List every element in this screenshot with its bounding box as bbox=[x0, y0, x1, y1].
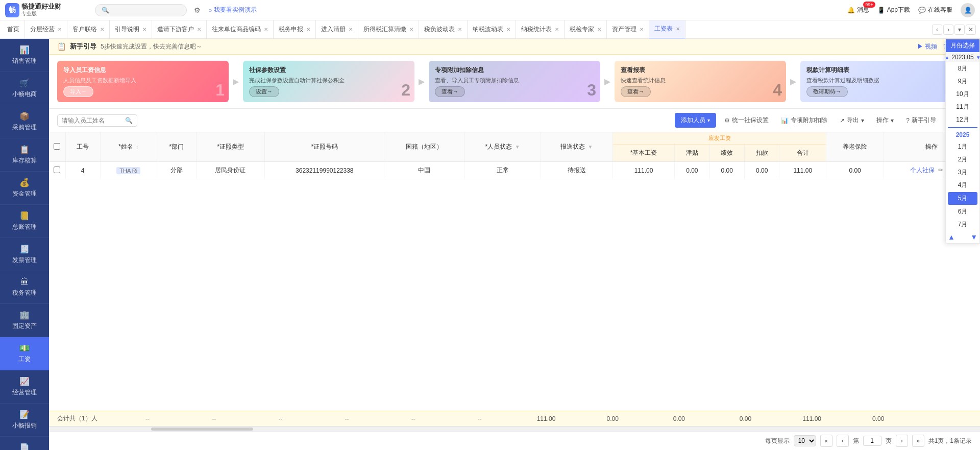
month-item-1[interactable]: 1月 bbox=[946, 140, 979, 153]
tab-guide[interactable]: 引导说明 ✕ bbox=[110, 20, 152, 39]
year-down-button[interactable]: ▼ bbox=[976, 55, 980, 60]
sidebar-item-tax[interactable]: 🏛 税务管理 bbox=[0, 271, 49, 304]
sidebar-item-fixed-asset[interactable]: 🏢 固定资产 bbox=[0, 304, 49, 337]
prev-page-button[interactable]: ‹ bbox=[837, 435, 849, 447]
sidebar-item-accounting[interactable]: 📒 总账管理 bbox=[0, 205, 49, 238]
tab-tax-calc[interactable]: 所得税汇算清缴 ✕ bbox=[358, 20, 419, 39]
salary-icon: 💵 bbox=[19, 343, 30, 353]
tab-close-tax-relief[interactable]: ✕ bbox=[458, 27, 462, 32]
tab-close-customer[interactable]: ✕ bbox=[100, 27, 104, 32]
month-item-8[interactable]: 8月 bbox=[946, 62, 979, 75]
month-item-9[interactable]: 9月 bbox=[946, 75, 979, 88]
tab-tax-relief[interactable]: 税负波动表 ✕ bbox=[419, 20, 468, 39]
user-avatar[interactable]: 👤 bbox=[961, 3, 975, 17]
month-item-3[interactable]: 3月 bbox=[946, 166, 979, 179]
employee-search-wrap[interactable]: 🔍 bbox=[57, 114, 137, 127]
step-5-button[interactable]: 敬请期待→ bbox=[806, 86, 848, 97]
sidebar-item-sales[interactable]: 📊 销售管理 bbox=[0, 39, 49, 72]
sidebar-item-operation[interactable]: 📈 经营管理 bbox=[0, 370, 49, 404]
top-search-box[interactable]: 🔍 bbox=[95, 4, 187, 16]
new-guide-toolbar-button[interactable]: ? 新手引导 bbox=[902, 114, 940, 127]
tab-product-code[interactable]: 往来单位商品编码 ✕ bbox=[207, 20, 274, 39]
tab-asset[interactable]: 资产管理 ✕ bbox=[607, 20, 649, 39]
sidebar-item-purchase[interactable]: 📦 采购管理 bbox=[0, 105, 49, 138]
tab-tax-stats[interactable]: 纳税波动表 ✕ bbox=[468, 20, 516, 39]
guide-video-link[interactable]: ▶ 视频 bbox=[917, 42, 937, 51]
tab-tax-report[interactable]: 税务申报 ✕ bbox=[274, 20, 316, 39]
month-item-12[interactable]: 12月 bbox=[946, 113, 979, 126]
first-page-button[interactable]: « bbox=[820, 435, 832, 447]
month-item-5[interactable]: 5月 bbox=[948, 192, 977, 205]
online-service-button[interactable]: 💬 在线客服 bbox=[918, 6, 952, 14]
step-3-button[interactable]: 查看→ bbox=[435, 86, 465, 97]
month-item-11[interactable]: 11月 bbox=[946, 101, 979, 113]
tab-partition[interactable]: 分层经营 ✕ bbox=[25, 20, 67, 39]
month-item-6[interactable]: 6月 bbox=[946, 205, 979, 218]
tab-close-tax-stats[interactable]: ✕ bbox=[506, 27, 510, 32]
tab-close-asset[interactable]: ✕ bbox=[640, 27, 644, 32]
tab-close-tax-report[interactable]: ✕ bbox=[306, 27, 310, 32]
export-button[interactable]: ↗ 导出 ▾ bbox=[836, 114, 868, 127]
step-1-button[interactable]: 导入→ bbox=[63, 86, 93, 97]
tab-invite[interactable]: 邀请下游客户 ✕ bbox=[152, 20, 207, 39]
app-download-button[interactable]: 📱 App下载 bbox=[877, 6, 910, 14]
last-page-button[interactable]: » bbox=[912, 435, 924, 447]
sidebar-item-salary[interactable]: 💵 工资 bbox=[0, 337, 49, 370]
tab-close-guide[interactable]: ✕ bbox=[142, 27, 146, 32]
sidebar-item-basic-info[interactable]: 📄 基础信息 bbox=[0, 437, 49, 450]
tab-close-partition[interactable]: ✕ bbox=[58, 27, 62, 32]
tab-close-clearance[interactable]: ✕ bbox=[349, 27, 353, 32]
page-size-select[interactable]: 10 20 50 bbox=[794, 435, 816, 446]
month-item-7[interactable]: 7月 bbox=[946, 218, 979, 231]
tab-prev-button[interactable]: ‹ bbox=[932, 25, 942, 35]
tab-customer[interactable]: 客户联络 ✕ bbox=[67, 20, 110, 39]
sidebar-item-sales-report[interactable]: 📝 小畅报销 bbox=[0, 404, 49, 437]
gear-button[interactable]: ⚙ bbox=[190, 3, 204, 17]
tab-more-button[interactable]: ▾ bbox=[954, 25, 965, 35]
sidebar-item-finance[interactable]: 💰 资金管理 bbox=[0, 172, 49, 205]
tab-close-tax-calc[interactable]: ✕ bbox=[409, 27, 413, 32]
tab-home[interactable]: 首页 bbox=[2, 20, 25, 39]
tab-close-tax-count[interactable]: ✕ bbox=[555, 27, 559, 32]
tab-clearance[interactable]: 进入清册 ✕ bbox=[316, 20, 358, 39]
tab-partition-label: 分层经营 bbox=[30, 25, 55, 34]
month-panel-down-button[interactable]: ▼ bbox=[970, 233, 977, 241]
message-button[interactable]: 🔔 消息 99+ bbox=[847, 6, 869, 14]
year-up-button[interactable]: ▲ bbox=[944, 55, 949, 60]
current-page-input[interactable] bbox=[863, 436, 881, 446]
step-2-button[interactable]: 设置→ bbox=[249, 86, 279, 97]
next-page-button[interactable]: › bbox=[896, 435, 908, 447]
tab-close-product-code[interactable]: ✕ bbox=[264, 27, 268, 32]
tab-tax-expert[interactable]: 税检专家 ✕ bbox=[565, 20, 607, 39]
operation-button[interactable]: 操作 ▾ bbox=[872, 114, 898, 127]
horizontal-scrollbar[interactable] bbox=[151, 428, 253, 431]
step-4-button[interactable]: 查看→ bbox=[621, 86, 651, 97]
scrollbar-area[interactable] bbox=[49, 426, 980, 431]
unified-settings-button[interactable]: ⚙ 统一社保设置 bbox=[720, 114, 773, 127]
demo-button[interactable]: ○ 我要看实例演示 bbox=[204, 4, 261, 16]
month-item-10[interactable]: 10月 bbox=[946, 88, 979, 101]
personal-social-insurance-link[interactable]: 个人社保 bbox=[910, 167, 935, 174]
month-item-2[interactable]: 2月 bbox=[946, 153, 979, 166]
top-search-input[interactable] bbox=[112, 7, 174, 14]
tab-close-tax-expert[interactable]: ✕ bbox=[597, 27, 601, 32]
employee-search-input[interactable] bbox=[62, 117, 123, 124]
special-deduct-button[interactable]: 📊 专项附加扣除 bbox=[777, 114, 831, 127]
month-panel-header[interactable]: 月份选择 bbox=[946, 39, 979, 52]
tab-next-button[interactable]: › bbox=[943, 25, 953, 35]
sidebar-item-inventory[interactable]: 📋 库存核算 bbox=[0, 138, 49, 172]
tab-close-salary[interactable]: ✕ bbox=[676, 26, 680, 32]
edit-icon[interactable]: ✏ bbox=[938, 167, 943, 174]
sidebar-item-ecommerce[interactable]: 🛒 小畅电商 bbox=[0, 72, 49, 105]
select-all-checkbox[interactable] bbox=[54, 143, 60, 150]
tab-close-all-button[interactable]: ✕ bbox=[966, 25, 976, 35]
month-item-4[interactable]: 4月 bbox=[946, 179, 979, 192]
row-checkbox[interactable] bbox=[54, 167, 60, 173]
add-employee-button[interactable]: 添加人员 ▾ bbox=[675, 113, 716, 128]
sidebar-item-invoice[interactable]: 🧾 发票管理 bbox=[0, 238, 49, 271]
tab-tax-count[interactable]: 纳税统计表 ✕ bbox=[516, 20, 565, 39]
tab-salary[interactable]: 工资表 ✕ bbox=[649, 20, 685, 39]
tab-close-invite[interactable]: ✕ bbox=[197, 27, 201, 32]
employee-search-icon[interactable]: 🔍 bbox=[125, 117, 133, 124]
month-panel-up-button[interactable]: ▲ bbox=[948, 233, 955, 241]
